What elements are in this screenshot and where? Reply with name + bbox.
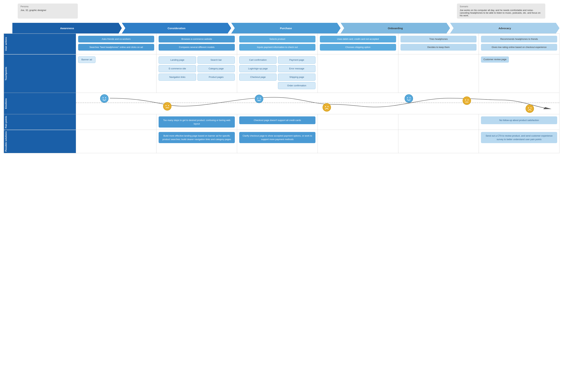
- user-actions-onboarding-tries: Tries headphones Decides to keep them: [398, 34, 479, 54]
- emotions-label: Emotions: [4, 93, 76, 114]
- tp-ecommerce-site: E-commerce site: [159, 65, 196, 72]
- svg-point-2: [105, 97, 106, 98]
- emotions-row: Emotions: [4, 93, 560, 114]
- action-browses: Browses e-commerce website: [159, 36, 235, 42]
- tp-shipping-page: Shipping page: [278, 74, 315, 81]
- svg-point-0: [101, 95, 108, 103]
- pain-points-row: Pain points Too many steps to get to des…: [4, 114, 560, 130]
- solution-onboarding2: [398, 130, 479, 153]
- touchpoints-awareness: Banner ad: [76, 54, 156, 93]
- tp-checkout-page: Checkout page: [239, 74, 277, 81]
- emotion-advocacy-sad: [525, 104, 534, 113]
- svg-point-12: [327, 106, 328, 107]
- persona-content: Joe, 32, graphic designer: [21, 9, 75, 12]
- touchpoints-onboarding2: [398, 54, 479, 93]
- action-asks-friends: Asks friends and co-workers: [78, 36, 154, 42]
- solutions-label: Possible solutions: [4, 130, 76, 153]
- pain-consideration-card: Too many steps to get to desired product…: [159, 116, 235, 128]
- solution-consideration: Build more effective landing page based …: [156, 130, 237, 153]
- svg-point-13: [405, 95, 413, 103]
- svg-point-1: [103, 97, 104, 98]
- user-actions-advocacy: Recommends headphones to friends Gives l…: [479, 34, 560, 54]
- scenario-label: Scenario: [460, 5, 542, 8]
- svg-point-11: [325, 106, 326, 107]
- touchpoints-advocacy: Customer review page: [479, 54, 560, 93]
- action-recommends: Recommends headphones to friends: [481, 36, 557, 42]
- solution-consideration-card: Build more effective landing page based …: [159, 132, 235, 143]
- action-chooses-shipping: Chooses shipping option: [320, 44, 396, 51]
- tp-order-confirmation: Order confirmation: [278, 82, 315, 89]
- solution-onboarding: [318, 130, 398, 153]
- solution-advocacy: Send out a CTA to review product, and se…: [479, 130, 560, 153]
- pain-awareness: [76, 114, 156, 130]
- touchpoints-purchase: Cart confirmation Login/sign-up page Che…: [237, 54, 318, 93]
- action-compares: Compares several different models: [159, 44, 235, 51]
- svg-point-20: [526, 105, 534, 113]
- phase-advocacy: Advocacy: [450, 23, 560, 33]
- tp-category-page: Category page: [197, 65, 235, 72]
- solution-purchase-card: Clarify checkout page to show accepted p…: [239, 132, 315, 143]
- action-uses-debit: Uses debit card; credit card not accepte…: [320, 36, 396, 42]
- touchpoints-label: Touchpoints: [4, 54, 76, 93]
- emotion-purchase: [255, 95, 263, 103]
- tp-landing-page: Landing page: [159, 56, 196, 64]
- pain-onboarding: [318, 114, 398, 130]
- phase-consideration: Consideration: [122, 23, 231, 33]
- solution-purchase: Clarify checkout page to show accepted p…: [237, 130, 318, 153]
- emotion-consideration: [163, 102, 171, 111]
- pain-consideration: Too many steps to get to desired product…: [156, 114, 237, 130]
- svg-point-5: [168, 105, 169, 106]
- pain-points-label: Pain points: [4, 114, 76, 130]
- tp-product-pages: Product pages: [197, 74, 235, 81]
- touchpoints-onboarding: [318, 54, 398, 93]
- action-decides-keep: Decides to keep them: [400, 44, 477, 51]
- phase-awareness: Awareness: [12, 23, 122, 33]
- solution-awareness: [76, 130, 156, 153]
- svg-point-18: [468, 100, 469, 101]
- tp-cart-confirmation: Cart confirmation: [239, 56, 277, 64]
- svg-point-21: [528, 107, 529, 108]
- user-actions-onboarding-payment: Uses debit card; credit card not accepte…: [318, 34, 398, 54]
- pain-purchase-card: Checkout page doesn't support all credit…: [239, 116, 315, 124]
- svg-point-3: [163, 103, 171, 110]
- pain-advocacy: No follow-up about product satisfaction: [479, 114, 560, 130]
- emotions-content: [76, 93, 559, 114]
- user-actions-label: User actions: [4, 34, 76, 54]
- svg-point-22: [530, 107, 531, 108]
- emotion-advocacy-neutral: [462, 96, 471, 105]
- user-actions-purchase: Selects product Inputs payment informati…: [237, 34, 318, 54]
- tp-banner-ad: Banner ad: [78, 56, 95, 63]
- tp-search-bar: Search bar: [197, 56, 235, 64]
- action-gives-low-rating: Gives low rating online based on checkou…: [481, 44, 557, 51]
- user-actions-row: User actions Asks friends and co-workers…: [4, 34, 560, 54]
- tp-login-signup: Login/sign-up page: [239, 65, 277, 72]
- touchpoints-row: Touchpoints Banner ad Landing page E-com…: [4, 54, 560, 93]
- emotion-onboarding: [405, 94, 413, 103]
- svg-point-7: [255, 95, 263, 103]
- svg-point-16: [463, 97, 471, 105]
- svg-point-10: [323, 104, 331, 111]
- tp-payment-page: Payment page: [278, 56, 315, 64]
- user-actions-awareness: Asks friends and co-workers Searches "be…: [76, 34, 156, 54]
- emotion-purchase-sad: [322, 103, 331, 112]
- action-searches: Searches "best headphones" online and cl…: [78, 44, 154, 51]
- user-actions-consideration: Browses e-commerce website Compares seve…: [156, 34, 237, 54]
- pain-purchase: Checkout page doesn't support all credit…: [237, 114, 318, 130]
- pain-advocacy-card: No follow-up about product satisfaction: [481, 116, 557, 124]
- action-inputs-payment: Inputs payment information to check out: [239, 44, 315, 51]
- tp-customer-review: Customer review page: [481, 56, 509, 63]
- tp-navigation-links: Navigation links: [159, 74, 196, 81]
- phase-onboarding: Onboarding: [341, 23, 450, 33]
- solutions-row: Possible solutions Build more effective …: [4, 130, 560, 153]
- persona-box: Persona Joe, 32, graphic designer: [18, 3, 78, 19]
- tp-error-message: Error message: [278, 65, 315, 72]
- scenario-box: Scenario Joe works on his computer all d…: [457, 3, 545, 19]
- action-tries-headphones: Tries headphones: [400, 36, 477, 42]
- emotion-awareness: [100, 94, 109, 103]
- action-selects: Selects product: [239, 36, 315, 42]
- solution-advocacy-card: Send out a CTA to review product, and se…: [481, 132, 557, 143]
- svg-point-14: [407, 97, 408, 98]
- svg-point-17: [465, 100, 466, 101]
- phase-purchase: Purchase: [231, 23, 341, 33]
- svg-point-9: [260, 98, 261, 99]
